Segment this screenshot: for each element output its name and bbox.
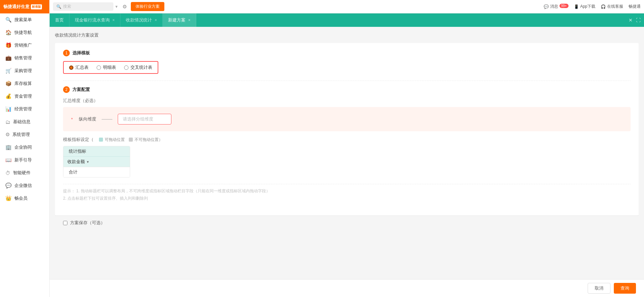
metrics-header: 模板指标设定（ 可拖动位置 不可拖动位置） (63, 137, 631, 143)
tab-home-label: 首页 (55, 17, 64, 23)
tab-bank-flow[interactable]: 现金银行流水查询 × (69, 13, 120, 27)
online-service-button[interactable]: 🎧 在线客服 (601, 4, 623, 9)
sidebar-item-label: 库存核算 (14, 81, 32, 87)
user-name: 畅捷通 (629, 4, 641, 9)
sidebar-item-label: 资金管理 (14, 93, 32, 99)
sidebar-item-finance[interactable]: 💰 资金管理 (0, 90, 49, 103)
footer-section: 方案保存（可选） (55, 215, 639, 230)
trial-industry-button[interactable]: 体验行业方案 (131, 2, 164, 11)
inventory-icon: 📦 (5, 81, 12, 87)
sidebar-item-label: 搜索菜单 (14, 17, 32, 23)
section-config: 2 方案配置 汇总维度（必选） * 纵向维度 —— 请选择分组维度 模板指标设定… (63, 86, 631, 202)
legend-fixed-label: 不可拖动位置） (135, 137, 163, 143)
radio-summary-input[interactable] (69, 65, 73, 70)
sidebar-item-label: 快捷导航 (14, 30, 32, 36)
sidebar-item-label: 基础信息 (13, 119, 31, 125)
sidebar-item-sales[interactable]: 💼 销售管理 (0, 52, 49, 64)
tab-home[interactable]: 首页 (50, 13, 69, 27)
sidebar-item-purchase[interactable]: 🛒 采购管理 (0, 64, 49, 77)
tab-close-all-icon[interactable]: ✕ (629, 17, 633, 23)
sidebar-item-member[interactable]: 👑 畅会员 (0, 192, 49, 205)
tab-bank-flow-close-icon[interactable]: × (112, 18, 115, 22)
metrics-dropdown-label: 收款金额 (67, 159, 85, 165)
topbar: 🔍 搜索 ▾ ⚙ 体验行业方案 💬 消息 99+ 📱 App下载 🎧 在线客服 … (50, 0, 644, 13)
save-plan-checkbox[interactable] (63, 221, 67, 225)
sidebar-item-label: 企业协同 (14, 144, 32, 150)
metrics-dropdown-row[interactable]: 收款金额 ▾ (63, 157, 130, 167)
home-icon: 🏠 (5, 30, 12, 36)
sidebar-item-label: 销售管理 (14, 55, 32, 61)
tabs-bar: 首页 现金银行流水查询 × 收款情况统计 × 新建方案 × ✕ ⛶ (50, 13, 644, 27)
message-icon: 💬 (544, 4, 549, 9)
hint-text-1: 提示： 1. 拖动标题栏可以调整布局，不可跨维度或指标区域拖动栏目字段（只能在同… (63, 188, 631, 195)
sidebar-item-inventory[interactable]: 📦 库存核算 (0, 77, 49, 90)
gift-icon: 🎁 (5, 42, 12, 48)
radio-cross-input[interactable] (124, 65, 128, 70)
basic-icon: 🗂 (5, 119, 10, 125)
tab-receipt-stats-close-icon[interactable]: × (155, 18, 157, 22)
tab-receipt-stats[interactable]: 收款情况统计 × (120, 13, 163, 27)
cancel-button[interactable]: 取消 (588, 283, 610, 294)
sidebar-item-wechat[interactable]: 💬 企业微信 (0, 179, 49, 192)
section-divider (63, 81, 631, 81)
sales-icon: 💼 (5, 55, 12, 61)
page-content: 收款情况统计方案设置 1 选择模板 汇总表 明细表 (50, 27, 644, 279)
operations-icon: 📊 (5, 106, 12, 112)
topbar-gear-icon[interactable]: ⚙ (122, 4, 127, 10)
radio-summary[interactable]: 汇总表 (69, 64, 89, 70)
sidebar-item-enterprise[interactable]: 🏢 企业协同 (0, 141, 49, 154)
section1-title: 选择模板 (72, 50, 90, 56)
section-template: 1 选择模板 汇总表 明细表 交叉统计表 (63, 50, 631, 74)
wechat-icon: 💬 (5, 183, 12, 189)
page-title: 收款情况统计方案设置 (55, 32, 639, 38)
sidebar-item-label: 新手引导 (14, 157, 32, 163)
radio-detail-input[interactable] (97, 65, 101, 70)
radio-detail-label: 明细表 (103, 64, 116, 70)
sidebar-item-label: 企业微信 (14, 183, 32, 189)
sidebar-item-operations[interactable]: 📊 经营管理 (0, 103, 49, 115)
section1-num: 1 (63, 50, 70, 56)
tab-new-plan[interactable]: 新建方案 × (163, 13, 196, 27)
service-label: 在线客服 (607, 4, 623, 9)
hints-section: 提示： 1. 拖动标题栏可以调整布局，不可跨维度或指标区域拖动栏目字段（只能在同… (63, 184, 631, 202)
query-button[interactable]: 查询 (614, 283, 636, 294)
section2-header: 2 方案配置 (63, 86, 631, 93)
topbar-search[interactable]: 🔍 搜索 (53, 2, 113, 11)
radio-summary-label: 汇总表 (75, 64, 89, 70)
topbar-dropdown-arrow[interactable]: ▾ (115, 4, 118, 9)
notification-badge: 99+ (559, 4, 569, 8)
hint-text-2: 2. 点击标题栏下拉可设置排序、插入列和删除列 (63, 195, 631, 202)
metrics-total-row: 合计 (63, 167, 130, 177)
footer-save-row: 方案保存（可选） (63, 220, 631, 226)
logo-badge: 标准版 (31, 4, 42, 9)
download-label: App下载 (580, 4, 595, 9)
tab-new-plan-label: 新建方案 (168, 17, 185, 23)
sidebar-item-basic[interactable]: 🗂 基础信息 (0, 115, 49, 128)
radio-cross[interactable]: 交叉统计表 (124, 64, 152, 70)
sidebar-item-system[interactable]: ⚙ 系统管理 (0, 128, 49, 141)
notifications-button[interactable]: 💬 消息 99+ (544, 4, 569, 9)
radio-detail[interactable]: 明细表 (97, 64, 116, 70)
radio-cross-label: 交叉统计表 (130, 64, 152, 70)
fixed-color-swatch (129, 138, 133, 142)
enterprise-icon: 🏢 (5, 144, 12, 150)
topbar-right: 💬 消息 99+ 📱 App下载 🎧 在线客服 畅捷通 (544, 4, 641, 9)
sidebar-item-label: 经营管理 (14, 106, 32, 112)
sidebar-item-guide[interactable]: 📖 新手引导 (0, 154, 49, 166)
tab-new-plan-close-icon[interactable]: × (188, 18, 191, 22)
tabs-end-controls: ✕ ⛶ (625, 13, 644, 27)
metrics-dropdown-arrow-icon[interactable]: ▾ (87, 160, 89, 164)
dimension-arrow-icon: —— (102, 116, 112, 122)
sidebar-item-quick-nav[interactable]: 🏠 快捷导航 (0, 26, 49, 39)
tab-bank-flow-label: 现金银行流水查询 (75, 17, 110, 23)
app-download-button[interactable]: 📱 App下载 (574, 4, 595, 9)
search-menu-icon: 🔍 (5, 17, 12, 23)
sidebar-item-marketing[interactable]: 🎁 营销推广 (0, 39, 49, 52)
dimension-select-input[interactable]: 请选择分组维度 (118, 114, 171, 125)
sidebar-item-search-menu[interactable]: 🔍 搜索菜单 (0, 13, 49, 26)
download-icon: 📱 (574, 4, 579, 9)
main-area: 🔍 搜索 ▾ ⚙ 体验行业方案 💬 消息 99+ 📱 App下载 🎧 在线客服 … (50, 0, 644, 297)
system-icon: ⚙ (5, 132, 10, 138)
sidebar-item-hardware[interactable]: ⏱ 智能硬件 (0, 166, 49, 179)
tab-expand-icon[interactable]: ⛶ (636, 17, 641, 23)
